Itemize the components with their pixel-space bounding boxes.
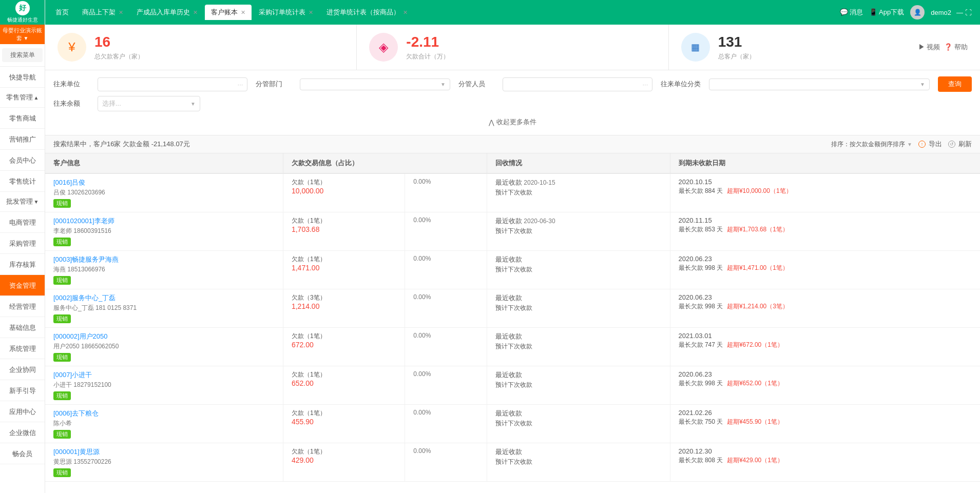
main-content: 首页 商品上下架 ✕ 产成品入库单历史 ✕ 客户账本 ✕ 采购订单统计表 ✕ 进…: [45, 0, 980, 493]
logo-icon: 好: [15, 1, 30, 15]
customer-name-link-1[interactable]: [0001020001]李老师: [53, 216, 275, 226]
overdue-days-6: 最长欠款 750 天: [679, 418, 723, 425]
overdue-amount-0[interactable]: 超期¥10,000.00（1笔）: [727, 187, 792, 194]
collapse-row[interactable]: ⋀ 收起更多条件: [53, 115, 972, 129]
debt-count-4: 欠款（1笔）: [292, 332, 396, 341]
table-row: [0001020001]李老师 李老师 18600391516 现销 欠款（1笔…: [45, 212, 980, 251]
tab-close-1[interactable]: ✕: [119, 9, 123, 16]
search-menu-area[interactable]: 搜索菜单: [0, 44, 45, 67]
cell-due-2: 2020.06.23 最长欠款 998 天 超期¥1,471.00（1笔）: [670, 251, 980, 289]
cell-percent-6: 0.00%: [405, 405, 487, 443]
help-btn[interactable]: ❓ 帮助: [944, 43, 968, 52]
tab-product-listing[interactable]: 商品上下架 ✕: [76, 5, 129, 20]
search-button[interactable]: 查询: [938, 76, 972, 92]
sidebar-item-finance[interactable]: 资金管理: [0, 275, 45, 296]
sort-control[interactable]: 排序：按欠款金额倒序排序 ▼: [831, 140, 912, 149]
debt-amount-6[interactable]: 455.90: [292, 418, 396, 426]
table-container: 客户信息 欠款交易信息（占比） 回收情况 到期未收款日期 [0016]吕俊 吕俊…: [45, 153, 980, 493]
sidebar-item-purchase[interactable]: 采购管理: [0, 233, 45, 254]
next-collection-1: 预计下次收款: [495, 227, 662, 235]
debt-amount-0[interactable]: 10,000.00: [292, 187, 396, 195]
filter-input-unit[interactable]: ···: [98, 77, 247, 91]
sidebar-item-basics[interactable]: 基础信息: [0, 317, 45, 338]
last-collection-6: 最近收款: [495, 409, 662, 418]
debt-percent-7: 0.00%: [413, 447, 478, 455]
cell-collection-0: 最近收款 2020-10-15 预计下次收款: [487, 173, 670, 212]
debt-amount-4[interactable]: 672.00: [292, 341, 396, 349]
app-download-btn[interactable]: 📱 App下载: [869, 8, 904, 17]
tab-close-5[interactable]: ✕: [403, 9, 408, 16]
sidebar-item-system[interactable]: 系统管理: [0, 338, 45, 359]
sidebar-item-quicknav[interactable]: 快捷导航: [0, 67, 45, 88]
debt-amount-3[interactable]: 1,214.00: [292, 302, 396, 310]
filter-input-manager[interactable]: ···: [503, 77, 652, 91]
maximize-btn[interactable]: ⛶: [965, 9, 972, 16]
tab-close-3[interactable]: ✕: [241, 9, 245, 16]
debt-count-1: 欠款（1笔）: [292, 216, 396, 225]
tab-customer-account[interactable]: 客户账本 ✕: [205, 5, 252, 20]
tab-purchase-order-stats[interactable]: 采购订单统计表 ✕: [253, 5, 319, 20]
customer-name-link-4[interactable]: [000002]用户2050: [53, 332, 275, 341]
sidebar-item-membership[interactable]: 会员中心: [0, 150, 45, 171]
overdue-amount-3[interactable]: 超期¥1,214.00（3笔）: [727, 303, 789, 310]
video-btn[interactable]: ▶ 视频: [918, 43, 940, 52]
debt-amount-1[interactable]: 1,703.68: [292, 225, 396, 233]
debt-amount-7[interactable]: 429.00: [292, 456, 396, 464]
search-menu-button[interactable]: 搜索菜单: [2, 48, 43, 62]
customer-name-link-3[interactable]: [0002]服务中心_丁磊: [53, 293, 275, 303]
tab-close-4[interactable]: ✕: [309, 9, 313, 16]
overdue-amount-7[interactable]: 超期¥429.00（1笔）: [727, 457, 783, 464]
customer-phone-4: 用户2050 18665062050: [53, 342, 275, 351]
sidebar-item-ecommerce[interactable]: 电商管理: [0, 212, 45, 233]
filter-select-dept[interactable]: ▼: [300, 78, 450, 90]
overdue-amount-5[interactable]: 超期¥652.00（1笔）: [727, 380, 783, 387]
debt-percent-4: 0.00%: [413, 332, 478, 339]
cell-collection-4: 最近收款 预计下次收款: [487, 328, 670, 366]
sidebar-item-retail-mgmt[interactable]: 零售管理▲: [0, 88, 45, 108]
sidebar-item-retail-mall[interactable]: 零售商城: [0, 108, 45, 129]
sidebar-item-inventory[interactable]: 库存核算: [0, 254, 45, 275]
sidebar-item-appcenter[interactable]: 应用中心: [0, 401, 45, 422]
tab-goods-stats[interactable]: 进货单统计表（按商品） ✕: [320, 5, 414, 20]
cell-customer-5: [0007]小进干 小进干 18279152100 现销: [45, 366, 283, 405]
overdue-amount-2[interactable]: 超期¥1,471.00（1笔）: [727, 264, 789, 271]
filter-select-classify[interactable]: ▼: [709, 78, 930, 90]
tab-home[interactable]: 首页: [49, 5, 75, 20]
sidebar-item-wechat[interactable]: 企业微信: [0, 422, 45, 443]
minimize-btn[interactable]: —: [956, 9, 963, 16]
overdue-amount-6[interactable]: 超期¥455.90（1笔）: [727, 418, 783, 425]
debt-amount-5[interactable]: 652.00: [292, 379, 396, 387]
customer-name-link-5[interactable]: [0007]小进干: [53, 370, 275, 380]
user-avatar[interactable]: 👤: [910, 5, 925, 19]
subtitle: 母婴行业演示账套 ▼: [0, 25, 45, 44]
cell-collection-2: 最近收款 预计下次收款: [487, 251, 670, 289]
customer-name-link-0[interactable]: [0016]吕俊: [53, 178, 275, 187]
filter-balance-arrow: ▼: [190, 101, 196, 107]
export-btn[interactable]: ↑ 导出: [918, 140, 942, 149]
filter-select-balance[interactable]: 选择... ▼: [98, 96, 200, 111]
sidebar-item-marketing[interactable]: 营销推广: [0, 129, 45, 150]
stat-top-actions: ▶ 视频 ❓ 帮助: [918, 43, 968, 52]
sidebar-item-member[interactable]: 畅会员: [0, 443, 45, 464]
tab-close-2[interactable]: ✕: [193, 9, 198, 16]
stat-label-amount: 欠款合计（万）: [406, 52, 449, 61]
sidebar-item-newguide[interactable]: 新手引导: [0, 380, 45, 401]
table-row: [0006]去下粮仓 陈小希 现销 欠款（1笔） 455.90 0.00% 最近…: [45, 405, 980, 443]
refresh-btn[interactable]: ↺ 刷新: [948, 140, 972, 149]
sidebar-item-operations[interactable]: 经营管理: [0, 296, 45, 317]
customer-name-link-2[interactable]: [0003]畅捷服务尹海燕: [53, 255, 275, 264]
overdue-amount-1[interactable]: 超期¥1,703.68（1笔）: [727, 226, 789, 233]
customer-tag-5: 现销: [53, 391, 71, 400]
table-row: [0007]小进干 小进干 18279152100 现销 欠款（1笔） 652.…: [45, 366, 980, 405]
debt-amount-2[interactable]: 1,471.00: [292, 264, 396, 272]
customer-name-link-7[interactable]: [000001]黄思源: [53, 447, 275, 457]
overdue-amount-4[interactable]: 超期¥672.00（1笔）: [727, 341, 783, 348]
sidebar-item-wholesale[interactable]: 批发管理▼: [0, 192, 45, 212]
customer-name-link-6[interactable]: [0006]去下粮仓: [53, 409, 275, 418]
sidebar-item-collab[interactable]: 企业协同: [0, 359, 45, 380]
tab-warehouse-history[interactable]: 产成品入库单历史 ✕: [130, 5, 204, 20]
debt-percent-3: 0.00%: [413, 293, 478, 301]
sidebar-item-retail-stats[interactable]: 零售统计: [0, 171, 45, 192]
message-btn[interactable]: 💬 消息: [840, 8, 863, 17]
user-name[interactable]: demo2: [931, 9, 951, 16]
